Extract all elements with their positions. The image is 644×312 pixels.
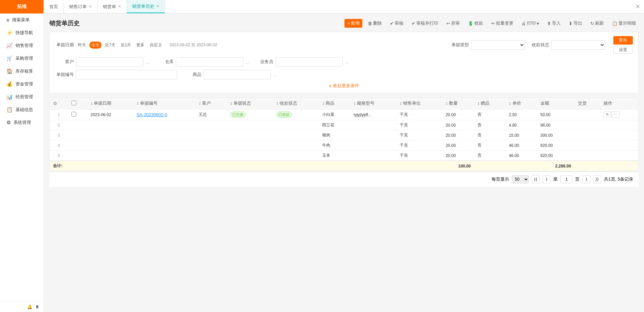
cell-price: 4.80 [506, 120, 537, 130]
next-page-button[interactable]: ⟩ [582, 175, 590, 183]
print-button[interactable]: 🖨 打印 ▾ [519, 19, 542, 28]
tab-sales-order-label: 销售订单 [69, 4, 87, 10]
col-unit[interactable]: ↕ 销售单位 [396, 98, 442, 109]
action-cell [600, 130, 638, 140]
delete-button[interactable]: 🗑 删除 [365, 19, 385, 28]
cell-date: 2023-06-02 [87, 109, 133, 120]
tab-sales-delivery-close[interactable]: ✕ [118, 4, 121, 9]
collect-status-select[interactable] [551, 40, 605, 50]
base-info-icon: 📋 [6, 107, 13, 113]
window-close-button[interactable]: ✕ [636, 3, 640, 10]
tab-sales-delivery[interactable]: 销货单 ✕ [97, 0, 127, 13]
table-settings-icon[interactable]: ⚙ [53, 101, 57, 106]
batch-change-button[interactable]: ✏ 批量变更 [488, 19, 516, 28]
cell-transaction [575, 130, 600, 140]
row-checkbox-cell [68, 140, 87, 151]
col-price-label: ↕ 单价 [509, 101, 521, 106]
date-tag-today[interactable]: 今天 [89, 42, 102, 49]
col-gift[interactable]: ↕ 赠品 [474, 98, 505, 109]
collect-status-label: 收款状态 [530, 42, 549, 48]
col-date[interactable]: ↕ 单据日期 [87, 98, 133, 109]
cell-spec [350, 130, 396, 140]
page-number-input[interactable] [560, 175, 572, 183]
doc-type-filter-item: 单据类型 [450, 40, 525, 50]
audit-print-button[interactable]: ✔ 审核并打印 [409, 19, 441, 28]
sidebar-item-system[interactable]: ⚙ 系统管理 [0, 116, 44, 129]
col-collect-status[interactable]: ↕ 收款状态 [273, 98, 319, 109]
col-qty[interactable]: ↕ 数量 [442, 98, 474, 109]
date-tag-1month[interactable]: 近1月 [119, 42, 133, 49]
col-customer[interactable]: ↕ 客户 [195, 98, 227, 109]
tab-sales-order[interactable]: 销售订单 ✕ [64, 0, 97, 13]
sidebar-collapse[interactable]: 🔔 ⏸ [0, 302, 44, 312]
goods-input[interactable] [203, 70, 271, 79]
total-info: 共1页, 5条记录 [604, 176, 633, 182]
date-tag-yesterday[interactable]: 昨天 [76, 42, 88, 49]
select-all-checkbox[interactable] [72, 101, 76, 105]
row-checkbox[interactable] [72, 112, 76, 116]
per-page-select[interactable]: 50 100 [512, 175, 529, 183]
tab-sales-history[interactable]: 销货单历史 ✕ [127, 0, 165, 13]
sidebar-item-finance[interactable]: 💰 资金管理 [0, 78, 44, 90]
warehouse-filter-item: 仓库 ... [155, 57, 249, 67]
refresh-button[interactable]: ↻ 刷新 [588, 19, 607, 28]
doc-type-select[interactable] [471, 40, 525, 50]
tab-sales-order-close[interactable]: ✕ [89, 4, 92, 9]
audit-button[interactable]: ✔ 审核 [387, 19, 406, 28]
tab-sales-history-close[interactable]: ✕ [156, 4, 159, 8]
sidebar-item-search[interactable]: ≡ 搜索菜单 [0, 14, 44, 26]
sidebar-item-sales-mgmt[interactable]: 📈 销售管理 [0, 39, 44, 52]
salesperson-input[interactable] [275, 57, 343, 67]
show-detail-button[interactable]: 📋 显示明细 [609, 19, 639, 28]
doc-no-link[interactable]: SA-20230602-0 [137, 112, 167, 117]
abandon-button[interactable]: ↩ 弃审 [444, 19, 463, 28]
col-goods[interactable]: ↕ 商品 [319, 98, 350, 109]
new-button[interactable]: + 新增 [344, 19, 362, 28]
more-button[interactable]: ⋯ [611, 111, 620, 118]
row-num: 1 [50, 109, 68, 120]
date-tag-custom[interactable]: 自定义 [148, 42, 164, 49]
col-price[interactable]: ↕ 单价 [506, 98, 537, 109]
inventory-icon: 🏠 [6, 68, 13, 74]
export-button[interactable]: ⬇ 导出 [566, 19, 585, 28]
import-button[interactable]: ⬆ 导入 [544, 19, 563, 28]
first-page-button[interactable]: ⟨⟨ [532, 175, 540, 183]
col-spec[interactable]: ↕ 规格型号 [350, 98, 396, 109]
col-qty-label: ↕ 数量 [446, 101, 458, 106]
row-num: 5 [50, 151, 68, 161]
sidebar-item-purchase-mgmt[interactable]: 🛒 采购管理 [0, 52, 44, 65]
warehouse-input[interactable] [176, 57, 243, 67]
salesperson-ellipsis-btn[interactable]: ... [345, 59, 349, 64]
col-doc-no[interactable]: ↕ 单据编号 [133, 98, 195, 109]
customer-ellipsis-btn[interactable]: ... [145, 59, 149, 64]
sidebar-item-quick-nav[interactable]: ⚡ 快捷导航 [0, 26, 44, 39]
table-row: 4牛肉千克20.00否46.00920.00 [50, 140, 638, 151]
action-cell [600, 140, 638, 151]
date-tag-7days[interactable]: 近7天 [103, 42, 117, 49]
tab-home[interactable]: 首页 [44, 0, 64, 13]
warehouse-ellipsis-btn[interactable]: ... [245, 59, 249, 64]
prev-page-button[interactable]: ⟨ [542, 175, 551, 183]
system-icon: ⚙ [6, 120, 11, 126]
cell-doc_status [227, 120, 273, 130]
cell-unit: 千克 [396, 151, 442, 161]
query-button[interactable]: 查询 [613, 36, 633, 45]
doc-no-input[interactable] [76, 70, 177, 79]
col-settings[interactable]: ⚙ [50, 98, 68, 109]
collapse-button[interactable]: ∧ 收起更多条件 [329, 83, 359, 89]
tab-sales-history-label: 销货单历史 [132, 3, 154, 9]
sidebar-item-base-info-label: 基础信息 [16, 107, 33, 113]
date-tag-more[interactable]: 更多 [134, 42, 146, 49]
sidebar-item-operations[interactable]: 📊 经营管理 [0, 90, 44, 103]
customer-input[interactable] [76, 57, 143, 67]
collect-button[interactable]: 💲 收款 [465, 19, 486, 28]
col-doc-status[interactable]: ↕ 单据状态 [227, 98, 273, 109]
main-area: 首页 销售订单 ✕ 销货单 ✕ 销货单历史 ✕ ✕ 销货单历史 + 新增 [44, 0, 644, 312]
goods-ellipsis-btn[interactable]: ... [273, 72, 277, 77]
sidebar-item-inventory[interactable]: 🏠 库存核算 [0, 65, 44, 78]
sidebar-item-base-info[interactable]: 📋 基础信息 [0, 103, 44, 116]
edit-button[interactable]: ✎ [604, 111, 611, 118]
last-page-button[interactable]: ⟩⟩ [593, 175, 601, 183]
settings-button[interactable]: 设置 [613, 46, 633, 54]
data-table: ⚙ ↕ 单据日期 ↕ 单据编号 ↕ 客户 [50, 98, 638, 171]
